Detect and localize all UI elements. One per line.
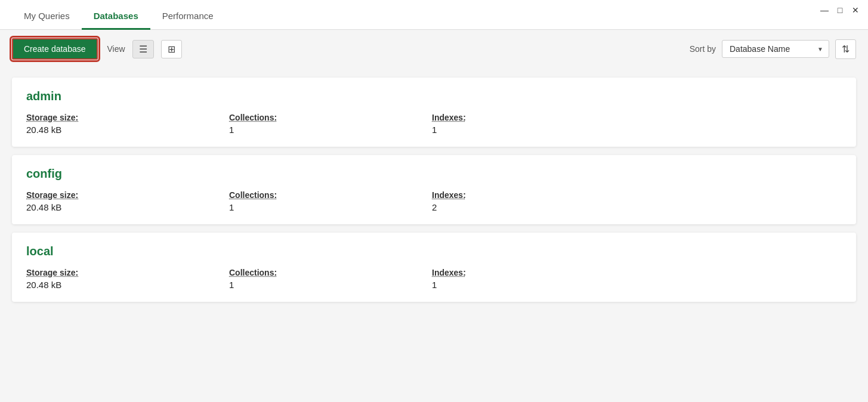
view-label: View xyxy=(107,44,125,54)
db-stats-admin: Storage size: 20.48 kB Collections: 1 In… xyxy=(26,113,842,135)
db-card-admin: admin Storage size: 20.48 kB Collections… xyxy=(12,78,856,147)
storage-size-label-admin: Storage size: xyxy=(26,113,229,122)
storage-size-value-config: 20.48 kB xyxy=(26,202,229,212)
stat-collections-admin: Collections: 1 xyxy=(229,113,432,135)
sort-label: Sort by xyxy=(690,44,716,54)
app-container: My Queries Databases Performance Create … xyxy=(0,0,868,402)
view-list-button[interactable]: ☰ xyxy=(132,40,154,58)
tab-my-queries[interactable]: My Queries xyxy=(12,4,82,30)
sort-order-button[interactable]: ⇅ xyxy=(835,39,856,59)
tab-databases[interactable]: Databases xyxy=(82,4,150,30)
sort-order-icon: ⇅ xyxy=(842,44,850,55)
stat-collections-config: Collections: 1 xyxy=(229,190,432,212)
toolbar: Create database View ☰ ⊞ Sort by Databas… xyxy=(0,30,868,68)
list-view-icon: ☰ xyxy=(139,44,147,55)
collections-value-admin: 1 xyxy=(229,125,432,135)
stat-storage-admin: Storage size: 20.48 kB xyxy=(26,113,229,135)
db-name-config[interactable]: config xyxy=(26,167,842,181)
indexes-value-config: 2 xyxy=(432,202,635,212)
titlebar: — □ ✕ xyxy=(812,0,868,20)
collections-value-local: 1 xyxy=(229,280,432,290)
db-stats-local: Storage size: 20.48 kB Collections: 1 In… xyxy=(26,268,842,290)
minimize-button[interactable]: — xyxy=(819,5,830,16)
stat-storage-local: Storage size: 20.48 kB xyxy=(26,268,229,290)
content-area: admin Storage size: 20.48 kB Collections… xyxy=(0,68,868,402)
collections-value-config: 1 xyxy=(229,202,432,212)
db-name-local[interactable]: local xyxy=(26,245,842,258)
storage-size-value-local: 20.48 kB xyxy=(26,280,229,290)
nav-tabs: My Queries Databases Performance xyxy=(0,0,868,30)
view-grid-button[interactable]: ⊞ xyxy=(161,40,182,58)
sort-area: Sort by Database Name Storage Size Colle… xyxy=(690,39,856,59)
stat-indexes-config: Indexes: 2 xyxy=(432,190,635,212)
storage-size-label-local: Storage size: xyxy=(26,268,229,277)
create-database-button[interactable]: Create database xyxy=(12,38,98,60)
collections-label-admin: Collections: xyxy=(229,113,432,122)
indexes-value-local: 1 xyxy=(432,280,635,290)
storage-size-label-config: Storage size: xyxy=(26,190,229,200)
collections-label-config: Collections: xyxy=(229,190,432,200)
collections-label-local: Collections: xyxy=(229,268,432,277)
tab-performance[interactable]: Performance xyxy=(150,4,226,30)
stat-storage-config: Storage size: 20.48 kB xyxy=(26,190,229,212)
maximize-button[interactable]: □ xyxy=(835,5,845,16)
db-card-local: local Storage size: 20.48 kB Collections… xyxy=(12,233,856,302)
sort-select-wrapper: Database Name Storage Size Collections I… xyxy=(722,40,829,58)
indexes-label-config: Indexes: xyxy=(432,190,635,200)
indexes-label-local: Indexes: xyxy=(432,268,635,277)
stat-indexes-admin: Indexes: 1 xyxy=(432,113,635,135)
grid-view-icon: ⊞ xyxy=(168,44,175,55)
db-name-admin[interactable]: admin xyxy=(26,89,842,103)
stat-indexes-local: Indexes: 1 xyxy=(432,268,635,290)
storage-size-value-admin: 20.48 kB xyxy=(26,125,229,135)
indexes-label-admin: Indexes: xyxy=(432,113,635,122)
db-stats-config: Storage size: 20.48 kB Collections: 1 In… xyxy=(26,190,842,212)
indexes-value-admin: 1 xyxy=(432,125,635,135)
sort-select[interactable]: Database Name Storage Size Collections I… xyxy=(722,40,829,58)
db-card-config: config Storage size: 20.48 kB Collection… xyxy=(12,155,856,224)
close-button[interactable]: ✕ xyxy=(850,5,861,16)
stat-collections-local: Collections: 1 xyxy=(229,268,432,290)
